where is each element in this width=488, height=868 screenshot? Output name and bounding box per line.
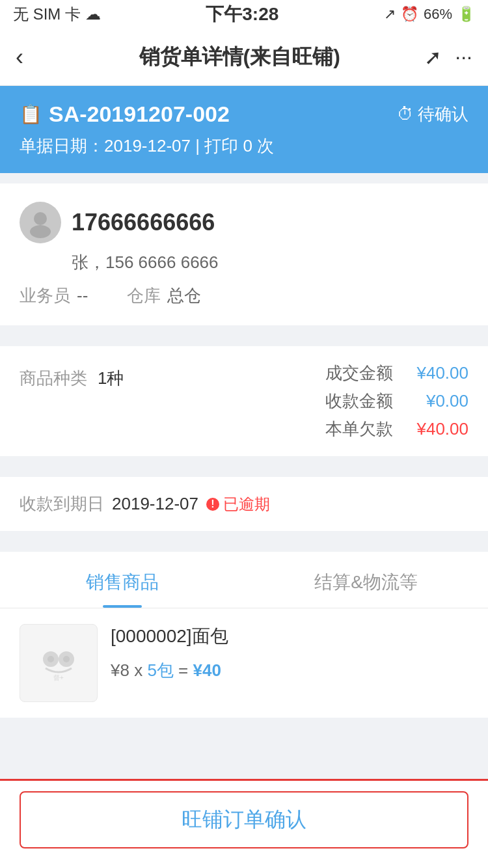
customer-avatar — [20, 202, 61, 243]
price-base: ¥8 x — [111, 660, 147, 680]
product-list: 督+ [0000002]面包 ¥8 x 5包 = ¥40 — [0, 608, 488, 718]
customer-name: 张，156 6666 6666 — [20, 251, 468, 274]
warehouse-value: 总仓 — [167, 284, 201, 307]
due-date-value: 2019-12-07 — [112, 494, 198, 514]
svg-point-5 — [63, 656, 70, 662]
overdue-text: 已逾期 — [223, 494, 270, 515]
svg-point-1 — [30, 225, 51, 238]
page-title: 销货单详情(来自旺铺) — [139, 43, 340, 72]
nav-bar: ‹ 销货单详情(来自旺铺) ➚ ··· — [0, 29, 488, 86]
type-label: 商品种类 — [20, 367, 87, 390]
stats-row: 商品种类 1种 成交金额 ¥40.00 收款金额 ¥0.00 本单欠款 ¥40.… — [20, 362, 468, 441]
battery-status: 66% — [424, 6, 452, 23]
divider-4 — [0, 541, 488, 552]
product-thumbnail: 督+ — [20, 624, 98, 702]
status-time: 下午3:28 — [206, 2, 278, 27]
product-item: 督+ [0000002]面包 ¥8 x 5包 = ¥40 — [20, 624, 468, 702]
type-value: 1种 — [98, 367, 124, 390]
order-icon: 📋 — [20, 103, 42, 125]
bottom-bar: 旺铺订单确认 — [0, 779, 488, 868]
salesman-label: 业务员 — [20, 284, 70, 307]
customer-section: 17666666666 张，156 6666 6666 业务员 -- 仓库 总仓 — [0, 183, 488, 325]
salesman-value: -- — [77, 286, 88, 306]
nav-actions: ➚ ··· — [424, 45, 472, 70]
status-left: 无 SIM 卡 ☁ — [13, 4, 101, 25]
customer-phone: 17666666666 — [72, 209, 215, 236]
debt-amount: ¥40.00 — [403, 419, 468, 439]
order-status: ⏱ 待确认 — [397, 103, 468, 126]
clock-icon: ⏰ — [401, 6, 418, 23]
salesman-info: 业务员 -- — [20, 284, 88, 307]
overdue-badge: ! 已逾期 — [206, 494, 270, 515]
transaction-row: 成交金额 ¥40.00 — [325, 362, 468, 385]
product-type-info: 商品种类 1种 — [20, 362, 124, 390]
order-header-card: 📋 SA-20191207-002 ⏱ 待确认 单据日期：2019-12-07 … — [0, 86, 488, 173]
status-right: ↗ ⏰ 66% 🔋 — [384, 6, 475, 23]
overdue-icon: ! — [206, 498, 219, 511]
transaction-amount: ¥40.00 — [403, 363, 468, 383]
amount-info: 成交金额 ¥40.00 收款金额 ¥0.00 本单欠款 ¥40.00 — [325, 362, 468, 441]
equals-sign: = — [174, 660, 193, 680]
divider-1 — [0, 173, 488, 183]
product-name: [0000002]面包 — [111, 624, 468, 649]
due-date-section: 收款到期日 2019-12-07 ! 已逾期 — [0, 477, 488, 531]
tabs-section: 销售商品 结算&物流等 督+ [0000002]面包 — [0, 552, 488, 718]
confirm-order-button[interactable]: 旺铺订单确认 — [20, 791, 468, 848]
svg-text:督+: 督+ — [53, 674, 64, 681]
location-icon: ↗ — [384, 6, 396, 23]
product-price: ¥8 x 5包 = ¥40 — [111, 659, 468, 682]
divider-3 — [0, 467, 488, 477]
debt-row: 本单欠款 ¥40.00 — [325, 418, 468, 441]
product-details: [0000002]面包 ¥8 x 5包 = ¥40 — [111, 624, 468, 682]
warehouse-info: 仓库 总仓 — [127, 284, 201, 307]
clock-icon: ⏱ — [397, 104, 414, 124]
tab-settlement[interactable]: 结算&物流等 — [244, 552, 488, 608]
receipt-amount: ¥0.00 — [403, 391, 468, 411]
svg-point-4 — [47, 656, 54, 662]
more-button[interactable]: ··· — [455, 45, 472, 69]
svg-point-0 — [34, 212, 47, 225]
back-button[interactable]: ‹ — [16, 44, 55, 71]
battery-icon: 🔋 — [457, 6, 475, 23]
order-date: 单据日期：2019-12-07 | 打印 0 次 — [20, 135, 468, 157]
stats-section: 商品种类 1种 成交金额 ¥40.00 收款金额 ¥0.00 本单欠款 ¥40.… — [0, 346, 488, 456]
warehouse-label: 仓库 — [127, 284, 161, 307]
status-bar: 无 SIM 卡 ☁ 下午3:28 ↗ ⏰ 66% 🔋 — [0, 0, 488, 29]
receipt-row: 收款金额 ¥0.00 — [325, 390, 468, 413]
due-date-label: 收款到期日 — [20, 493, 104, 515]
customer-header: 17666666666 — [20, 202, 468, 243]
product-total: ¥40 — [193, 660, 221, 680]
divider-2 — [0, 336, 488, 346]
customer-meta: 业务员 -- 仓库 总仓 — [20, 284, 468, 307]
receipt-label: 收款金额 — [325, 390, 393, 413]
share-button[interactable]: ➚ — [424, 45, 442, 70]
debt-label: 本单欠款 — [325, 418, 393, 441]
tab-products[interactable]: 销售商品 — [0, 552, 244, 608]
transaction-label: 成交金额 — [325, 362, 393, 385]
tabs-header: 销售商品 结算&物流等 — [0, 552, 488, 608]
sim-status: 无 SIM 卡 ☁ — [13, 4, 101, 25]
product-qty: 5包 — [147, 660, 173, 680]
order-number: 📋 SA-20191207-002 — [20, 102, 230, 127]
